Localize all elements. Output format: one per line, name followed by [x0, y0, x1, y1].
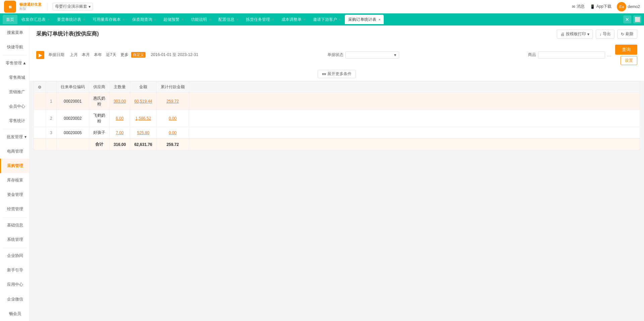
cell-main-qty-3[interactable]: 7.00	[109, 127, 130, 139]
tab-available-stock[interactable]: 可用量库存账本 ×	[89, 15, 128, 24]
tab-goods-stat[interactable]: 要货单统计表 ×	[54, 15, 89, 24]
footer-amount: 62,631.76	[130, 139, 156, 150]
filter-toggle-button[interactable]: ▶	[36, 51, 44, 59]
tab-goods-stat-close[interactable]: ×	[83, 18, 85, 21]
cell-partner-code-3: 00020005	[56, 127, 89, 139]
cell-paid-amount-1[interactable]: 259.72	[156, 93, 189, 110]
avatar-initials: Ea	[620, 5, 624, 9]
tab-home-label: 首页	[6, 17, 14, 22]
cell-main-qty-2[interactable]: 6.00	[109, 110, 130, 127]
footer-empty-cell	[46, 139, 57, 150]
export-button[interactable]: ↓ 导出	[596, 30, 614, 39]
settings-button[interactable]: 设置	[621, 56, 637, 65]
tab-receive-send[interactable]: 收发存汇总表 ×	[18, 15, 53, 24]
filter-row: ▶ 单据日期 上月 本月 本年 近7天 更多 自定义 2016-01-01 至 …	[36, 42, 637, 68]
expand-more-button[interactable]: ▾▾ 展开更多条件	[318, 70, 356, 78]
sidebar-app-center-label: 应用中心	[7, 282, 23, 287]
query-button[interactable]: 查询	[615, 45, 637, 55]
cell-amount-3[interactable]: 525.80	[130, 127, 156, 139]
tab-expiry-query[interactable]: 保质期查询 ×	[129, 15, 160, 24]
cell-main-qty-1[interactable]: 303.00	[109, 93, 130, 110]
date-shortcut-this-month[interactable]: 本月	[80, 51, 91, 58]
print-button[interactable]: 🖨 按模板打印 ▾	[557, 30, 593, 39]
sidebar-item-retail-stat[interactable]: 零售统计	[0, 114, 29, 128]
goods-more-icon[interactable]: …	[607, 53, 611, 57]
date-custom-badge[interactable]: 自定义	[131, 52, 146, 58]
tab-available-stock-label: 可用量库存账本	[93, 17, 121, 22]
tab-cost-adjust-close[interactable]: ×	[304, 18, 306, 21]
sidebar-item-purchase-mgmt[interactable]: 采购管理	[0, 159, 29, 173]
tab-available-stock-close[interactable]: ×	[123, 18, 125, 21]
message-button[interactable]: ✉ 消息	[572, 4, 585, 9]
cell-spacer-2	[189, 110, 640, 127]
sidebar-item-vip-member[interactable]: 畅会员	[0, 307, 29, 321]
sidebar-item-new-guide[interactable]: 新手引导	[0, 263, 29, 278]
sidebar-item-app-center[interactable]: 应用中心	[0, 278, 29, 292]
tab-overstock-warning[interactable]: 超储预警 ×	[160, 15, 187, 24]
message-icon: ✉	[572, 4, 575, 9]
tab-cost-adjust[interactable]: 成本调整单 ×	[278, 15, 309, 24]
sidebar-item-basic-info[interactable]: 基础信息	[0, 218, 29, 233]
tab-pick-task-close[interactable]: ×	[272, 18, 274, 21]
tab-pick-task[interactable]: 拣货任务管理 ×	[243, 15, 277, 24]
sidebar-item-member-center[interactable]: 会员中心	[0, 99, 29, 114]
sidebar-item-enterprise-wechat[interactable]: 企业微信	[0, 292, 29, 307]
cell-paid-amount-3[interactable]: 0.00	[156, 127, 189, 139]
nav-tabs: 首页 收发存汇总表 × 要货单统计表 × 可用量库存账本 × 保质期查询 × 超…	[0, 13, 644, 25]
tab-receive-send-close[interactable]: ×	[48, 18, 50, 21]
cell-amount-1[interactable]: 60,519.44	[130, 93, 156, 110]
tab-pick-task-label: 拣货任务管理	[246, 17, 270, 22]
date-shortcut-7days[interactable]: 近7天	[105, 51, 118, 58]
sidebar-item-ecommerce[interactable]: 电商管理	[0, 144, 29, 159]
sidebar-finance-label: 资金管理	[7, 192, 23, 198]
close-tab-button[interactable]: ✕	[623, 15, 631, 23]
app-download-button[interactable]: 📱 App下载	[590, 4, 611, 9]
tab-home[interactable]: 首页	[3, 15, 17, 24]
tab-invite-customer-close[interactable]: ×	[339, 18, 341, 21]
cell-amount-2[interactable]: 1,586.52	[130, 110, 156, 127]
user-profile[interactable]: Ea demo2	[617, 2, 640, 11]
sidebar-item-retail-mgmt[interactable]: 零售管理 ▲	[0, 56, 29, 70]
tab-overstock-warning-close[interactable]: ×	[181, 18, 183, 21]
tab-config-info[interactable]: 配置信息 ×	[215, 15, 242, 24]
refresh-button[interactable]: ↻ 刷新	[617, 30, 637, 39]
date-shortcut-more[interactable]: 更多	[119, 51, 130, 58]
app-download-icon: 📱	[590, 4, 595, 9]
tab-purchase-stat[interactable]: 采购订单统计表 ×	[345, 15, 384, 24]
tab-func-desc[interactable]: 功能说明 ×	[187, 15, 214, 24]
sidebar-item-finance[interactable]: 资金管理	[0, 188, 29, 202]
goods-input[interactable]	[538, 51, 605, 59]
status-select[interactable]: ▾	[345, 51, 399, 59]
date-shortcut-last-month[interactable]: 上月	[68, 51, 79, 58]
th-settings[interactable]: ⚙	[34, 82, 46, 93]
sidebar-item-inventory[interactable]: 库存核算	[0, 173, 29, 188]
th-row-num	[46, 82, 57, 93]
maximize-tab-button[interactable]: ⬜	[633, 15, 641, 23]
tab-config-info-close[interactable]: ×	[236, 18, 238, 21]
amount-link-1: 60,519.44	[134, 99, 152, 104]
workspace-selector[interactable]: 母婴行业演示账套 ▾	[53, 3, 93, 10]
sidebar-item-quick-nav[interactable]: 快捷导航	[0, 40, 29, 54]
tab-expiry-query-close[interactable]: ×	[154, 18, 156, 21]
date-shortcut-this-year[interactable]: 本年	[93, 51, 103, 58]
sidebar-item-enterprise-collab[interactable]: 企业协同	[0, 249, 29, 263]
sidebar-wholesale-mgmt-arrow: ▾	[24, 135, 26, 140]
tab-expiry-query-label: 保质期查询	[132, 17, 152, 22]
goods-filter-label: 商品	[528, 52, 536, 58]
date-shortcuts: 上月 本月 本年 近7天 更多 自定义	[68, 51, 146, 58]
table-body: 1 00020001 惠氏奶粉 303.00 60,519.44 259.72 …	[34, 93, 640, 139]
sidebar-item-search[interactable]: 搜索菜单	[0, 25, 29, 40]
sidebar-item-ops-mgmt[interactable]: 经营管理	[0, 202, 29, 217]
cell-paid-amount-2[interactable]: 0.00	[156, 110, 189, 127]
sidebar-item-marketing[interactable]: 营销推广	[0, 85, 29, 99]
tab-purchase-stat-close[interactable]: ×	[378, 18, 380, 21]
sidebar-vip-member-label: 畅会员	[9, 311, 21, 317]
cell-settings-2	[34, 110, 46, 127]
sidebar-item-sys-mgmt[interactable]: 系统管理	[0, 233, 29, 247]
sidebar-item-wholesale-mgmt[interactable]: 批发管理 ▾	[0, 130, 29, 144]
tab-func-desc-close[interactable]: ×	[209, 18, 211, 21]
cell-row-num-1: 1	[46, 93, 57, 110]
sidebar-item-retail-mall[interactable]: 零售商城	[0, 70, 29, 85]
tab-invite-customer[interactable]: 邀请下游客户 ×	[310, 15, 344, 24]
tab-goods-stat-label: 要货单统计表	[57, 17, 81, 22]
